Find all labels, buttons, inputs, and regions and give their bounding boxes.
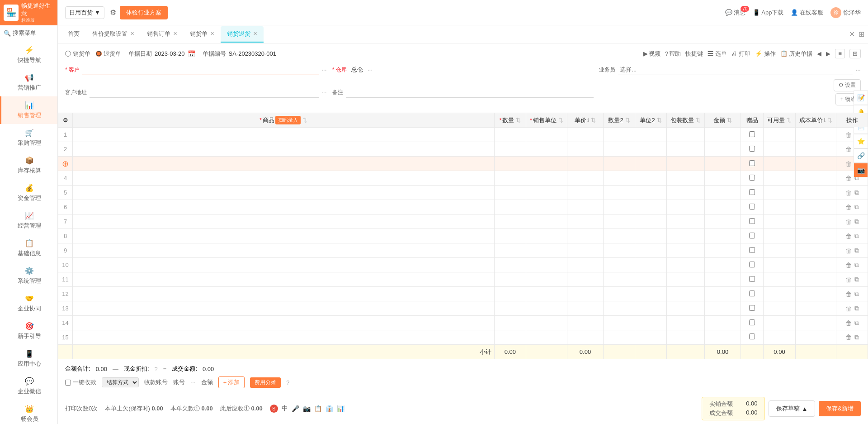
one-click-payment[interactable]: 一键收款 [65, 378, 96, 386]
delete-row-icon[interactable]: 🗑 [845, 189, 852, 196]
product-cell[interactable] [73, 258, 495, 272]
product-cell[interactable] [73, 128, 495, 142]
price-cell[interactable] [567, 316, 604, 330]
delete-row-icon[interactable]: 🗑 [845, 319, 852, 327]
app-download-btn[interactable]: 📱 App下载 [753, 9, 783, 17]
available-cell[interactable] [764, 258, 796, 272]
amount-cell[interactable] [705, 214, 741, 229]
payment-checkbox[interactable] [65, 380, 71, 386]
prev-btn[interactable]: ◀ [817, 50, 821, 57]
sidebar-item-purchase[interactable]: 🛒采购管理 [0, 124, 57, 152]
unit2-cell[interactable] [635, 258, 667, 272]
qty-cell[interactable] [494, 200, 526, 214]
pack-qty-cell[interactable] [667, 243, 705, 258]
amount-sort-icon[interactable]: ⇅ [727, 117, 732, 124]
copy-row-icon[interactable]: ⧉ [854, 319, 859, 327]
product-cell[interactable] [73, 316, 495, 330]
grid-view-btn[interactable]: ⊞ [849, 49, 861, 58]
product-cell[interactable] [73, 200, 495, 214]
experience-btn[interactable]: 体验行业方案 [120, 6, 168, 19]
delete-row-icon[interactable]: 🗑 [845, 218, 852, 225]
tab-sales-return[interactable]: 销货退货✕ [221, 26, 264, 43]
unit2-cell[interactable] [635, 214, 667, 229]
available-cell[interactable] [764, 186, 796, 200]
product-cell[interactable] [73, 330, 495, 345]
fapiao-btn[interactable]: 费用分摊 [250, 377, 281, 388]
qty-cell[interactable] [494, 258, 526, 272]
gift-checkbox[interactable] [749, 175, 755, 181]
price-cell[interactable] [567, 330, 604, 345]
tab-close-sales-return[interactable]: ✕ [253, 31, 257, 37]
unit2-cell[interactable] [635, 330, 667, 345]
product-cell[interactable] [73, 272, 495, 287]
pack-qty-cell[interactable] [667, 229, 705, 243]
gift-checkbox[interactable] [749, 160, 755, 166]
account-picker[interactable]: ··· [190, 379, 196, 386]
qty-cell[interactable] [494, 316, 526, 330]
cost-price-cell[interactable] [796, 316, 836, 330]
price-cell[interactable] [567, 214, 604, 229]
amount-cell[interactable] [705, 157, 741, 171]
product-cell[interactable] [73, 142, 495, 157]
qty-cell[interactable] [494, 229, 526, 243]
gift-checkbox[interactable] [749, 291, 755, 296]
unit-cell[interactable] [526, 157, 567, 171]
qty2-sort-icon[interactable]: ⇅ [625, 117, 630, 124]
tab-home[interactable]: 首页 [61, 26, 86, 43]
cost-price-cell[interactable] [796, 142, 836, 157]
unit-cell[interactable] [526, 287, 567, 301]
fapiao-help-icon[interactable]: ? [286, 379, 289, 386]
topbar-gear-icon[interactable]: ⚙ [110, 8, 116, 17]
unit-cell[interactable] [526, 330, 567, 345]
copy-row-icon[interactable]: ⧉ [854, 261, 859, 269]
unit-cell[interactable] [526, 200, 567, 214]
sidebar-item-system[interactable]: ⚙️系统管理 [0, 262, 57, 290]
gift-checkbox[interactable] [749, 319, 755, 325]
cost-price-cell[interactable] [796, 214, 836, 229]
cost-price-cell[interactable] [796, 301, 836, 316]
amount-cell[interactable] [705, 301, 741, 316]
gift-cell[interactable] [741, 200, 764, 214]
online-service-btn[interactable]: 👤 在线客服 [791, 9, 823, 17]
copy-row-icon[interactable]: ⧉ [854, 333, 859, 341]
delete-row-icon[interactable]: 🗑 [845, 333, 852, 341]
right-panel-star-icon[interactable]: ⭐ [854, 134, 868, 148]
gift-cell[interactable] [741, 186, 764, 200]
pack-qty-cell[interactable] [667, 186, 705, 200]
available-cell[interactable] [764, 214, 796, 229]
price-cell[interactable] [567, 186, 604, 200]
gift-checkbox[interactable] [749, 276, 755, 282]
gift-checkbox[interactable] [749, 131, 755, 137]
tab-close-sales-delivery[interactable]: ✕ [210, 31, 214, 37]
qty2-cell[interactable] [604, 330, 635, 345]
th-settings[interactable]: ⚙ [58, 113, 73, 128]
available-cell[interactable] [764, 243, 796, 258]
add-btn[interactable]: + 添加 [218, 376, 245, 388]
address-picker[interactable]: ··· [321, 89, 327, 96]
settings-btn[interactable]: ⚙ 设置 [834, 79, 861, 91]
available-cell[interactable] [764, 229, 796, 243]
cost-price-cell[interactable] [796, 287, 836, 301]
delete-row-icon[interactable]: 🗑 [845, 262, 852, 269]
qty2-cell[interactable] [604, 316, 635, 330]
close-all-tabs-btn[interactable]: ✕ [849, 30, 855, 38]
gift-cell[interactable] [741, 330, 764, 345]
gift-checkbox[interactable] [749, 233, 755, 238]
gift-checkbox[interactable] [749, 218, 755, 224]
amount-cell[interactable] [705, 171, 741, 186]
unit-cell[interactable] [526, 258, 567, 272]
sidebar-item-shortcuts[interactable]: ⚡快捷导航 [0, 41, 57, 69]
sidebar-item-cooperation[interactable]: 🤝企业协同 [0, 290, 57, 317]
gift-cell[interactable] [741, 142, 764, 157]
unit-sort-icon[interactable]: ⇅ [558, 117, 563, 124]
amount-cell[interactable] [705, 287, 741, 301]
sidebar-search[interactable]: 🔍 搜索菜单 [0, 25, 57, 41]
qty-cell[interactable] [494, 214, 526, 229]
sales-radio[interactable]: 销货单 [65, 50, 90, 58]
price-info-icon[interactable]: ℹ [587, 117, 589, 123]
qty-cell[interactable] [494, 301, 526, 316]
tab-close-sales-order[interactable]: ✕ [173, 31, 177, 37]
pack-qty-cell[interactable] [667, 301, 705, 316]
price-cell[interactable] [567, 301, 604, 316]
sidebar-item-wechat[interactable]: 💬企业微信 [0, 372, 57, 400]
